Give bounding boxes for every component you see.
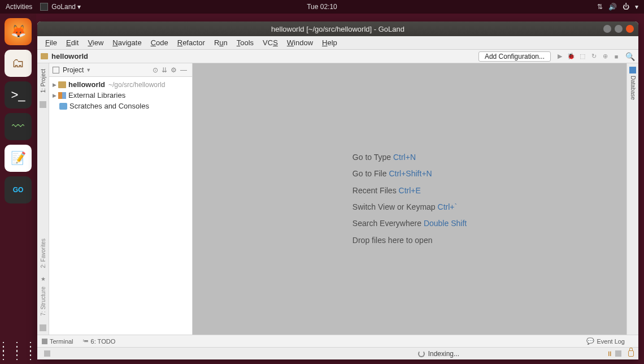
activities-button[interactable]: Activities bbox=[6, 3, 32, 11]
attach-icon[interactable]: ⊕ bbox=[601, 52, 610, 61]
launcher-goland[interactable]: GO bbox=[5, 176, 32, 203]
menu-run[interactable]: Run bbox=[210, 38, 232, 47]
clock[interactable]: Tue 02:10 bbox=[307, 3, 337, 11]
project-tree[interactable]: ▶ helloworld ~/go/src/helloworld ▶ Exter… bbox=[49, 77, 192, 114]
chevron-down-icon[interactable]: ▾ bbox=[635, 3, 638, 11]
left-tool-gutter: 1: Project 2: Favorites ★ 7: Structure bbox=[37, 63, 49, 335]
menu-file[interactable]: File bbox=[41, 38, 62, 47]
star-icon: ★ bbox=[41, 276, 46, 282]
launcher-editor[interactable]: 📝 bbox=[5, 145, 32, 172]
tree-scratches[interactable]: Scratches and Consoles bbox=[50, 101, 191, 111]
search-icon[interactable]: 🔍 bbox=[625, 52, 635, 61]
library-icon bbox=[58, 92, 66, 99]
breadcrumb[interactable]: helloworld bbox=[51, 52, 88, 60]
launcher-monitor[interactable]: 〰 bbox=[5, 113, 32, 140]
hint-row: Go to File Ctrl+Shift+N bbox=[353, 166, 467, 182]
menu-edit[interactable]: Edit bbox=[62, 38, 83, 47]
structure-icon bbox=[40, 324, 46, 331]
terminal-icon bbox=[42, 339, 47, 344]
menu-navigate[interactable]: Navigate bbox=[108, 38, 146, 47]
editor-hints: Go to Type Ctrl+N Go to File Ctrl+Shift+… bbox=[353, 149, 467, 249]
volume-icon[interactable]: 🔊 bbox=[608, 3, 617, 11]
window-title: helloworld [~/go/src/helloworld] - GoLan… bbox=[271, 25, 404, 33]
hint-row: Search Everywhere Double Shift bbox=[353, 215, 467, 232]
locate-icon[interactable]: ⊙ bbox=[151, 66, 160, 74]
hint-row: Switch View or Keymap Ctrl+` bbox=[353, 199, 467, 215]
add-configuration-button[interactable]: Add Configuration... bbox=[478, 51, 551, 62]
folder-icon bbox=[41, 53, 48, 59]
app-indicator[interactable]: GoLand ▾ bbox=[40, 3, 81, 11]
status-bar: Indexing... ⏸ bbox=[37, 347, 638, 359]
stop-icon[interactable]: ■ bbox=[612, 52, 621, 61]
tool-structure-tab[interactable]: 7: Structure bbox=[40, 287, 46, 316]
hint-row: Drop files here to open bbox=[353, 232, 467, 249]
tool-terminal-tab[interactable]: Terminal bbox=[42, 338, 73, 345]
launcher-firefox[interactable]: 🦊 bbox=[5, 18, 32, 45]
nav-toolbar: helloworld Add Configuration... ▶ 🐞 ⬚ ↻ … bbox=[37, 50, 638, 63]
pause-icon[interactable]: ⏸ bbox=[606, 350, 613, 358]
ubuntu-launcher: 🦊 🗂 >_ 〰 📝 GO ⋮⋮⋮⋮⋮⋮⋮⋮⋮ bbox=[0, 14, 36, 364]
ubuntu-topbar: Activities GoLand ▾ Tue 02:10 ⇅ 🔊 ⏻ ▾ bbox=[0, 0, 644, 14]
profile-icon[interactable]: ↻ bbox=[589, 52, 598, 61]
goland-window: helloworld [~/go/src/helloworld] - GoLan… bbox=[37, 21, 638, 359]
progress-spinner-icon bbox=[418, 350, 425, 357]
debug-icon[interactable]: 🐞 bbox=[567, 52, 576, 61]
run-icon[interactable]: ▶ bbox=[555, 52, 564, 61]
project-panel-header: Project ▼ ⊙ ⇊ ⚙ — bbox=[49, 63, 192, 77]
project-panel: Project ▼ ⊙ ⇊ ⚙ — ▶ helloworld ~/go/src/… bbox=[49, 63, 193, 335]
launcher-apps-grid[interactable]: ⋮⋮⋮⋮⋮⋮⋮⋮⋮ bbox=[0, 344, 38, 357]
chevron-down-icon[interactable]: ▼ bbox=[86, 67, 91, 73]
hint-row: Recent Files Ctrl+E bbox=[353, 183, 467, 199]
menu-vcs[interactable]: VCS bbox=[258, 38, 282, 47]
project-panel-title[interactable]: Project bbox=[63, 66, 84, 74]
window-close[interactable] bbox=[626, 25, 634, 33]
launcher-files[interactable]: 🗂 bbox=[5, 50, 32, 77]
project-view-icon bbox=[53, 67, 59, 73]
scratch-icon bbox=[59, 103, 67, 110]
launcher-terminal[interactable]: >_ bbox=[5, 81, 32, 109]
status-indexing: Indexing... bbox=[428, 350, 459, 358]
database-icon[interactable] bbox=[629, 67, 636, 73]
tool-todo-tab[interactable]: ≔6: TODO bbox=[82, 337, 116, 345]
coverage-icon[interactable]: ⬚ bbox=[578, 52, 587, 61]
menu-view[interactable]: View bbox=[83, 38, 108, 47]
network-icon[interactable]: ⇅ bbox=[597, 3, 603, 11]
folder-icon bbox=[58, 81, 66, 88]
menu-tools[interactable]: Tools bbox=[232, 38, 258, 47]
power-icon[interactable]: ⏻ bbox=[623, 3, 629, 11]
eventlog-icon: 💬 bbox=[586, 337, 594, 345]
menubar: File Edit View Navigate Code Refactor Ru… bbox=[37, 36, 638, 50]
menu-code[interactable]: Code bbox=[146, 38, 173, 47]
editor-area[interactable]: Go to Type Ctrl+N Go to File Ctrl+Shift+… bbox=[193, 63, 626, 335]
tree-root[interactable]: ▶ helloworld ~/go/src/helloworld bbox=[50, 79, 191, 90]
tool-database-tab[interactable]: Database bbox=[630, 76, 636, 100]
todo-icon: ≔ bbox=[82, 337, 89, 345]
goland-icon bbox=[40, 3, 48, 11]
status-icon[interactable] bbox=[615, 350, 621, 357]
menu-refactor[interactable]: Refactor bbox=[173, 38, 210, 47]
tree-external-libs[interactable]: ▶ External Libraries bbox=[50, 90, 191, 101]
bookmarks-icon[interactable] bbox=[40, 101, 46, 108]
window-maximize[interactable] bbox=[615, 25, 623, 33]
tool-project-tab[interactable]: 1: Project bbox=[40, 69, 46, 93]
settings-icon[interactable]: ⚙ bbox=[169, 66, 179, 74]
bottom-tool-bar: Terminal ≔6: TODO 💬Event Log bbox=[37, 335, 638, 347]
hint-row: Go to Type Ctrl+N bbox=[353, 149, 467, 166]
lock-icon[interactable] bbox=[628, 350, 634, 357]
window-minimize[interactable] bbox=[603, 25, 611, 33]
tool-eventlog-tab[interactable]: 💬Event Log bbox=[586, 337, 625, 345]
right-tool-gutter: Database bbox=[626, 63, 638, 335]
menu-help[interactable]: Help bbox=[317, 38, 342, 47]
tool-favorites-tab[interactable]: 2: Favorites bbox=[40, 239, 46, 268]
hide-icon[interactable]: — bbox=[179, 66, 189, 74]
menu-window[interactable]: Window bbox=[282, 38, 317, 47]
collapse-icon[interactable]: ⇊ bbox=[160, 66, 169, 74]
titlebar[interactable]: helloworld [~/go/src/helloworld] - GoLan… bbox=[37, 21, 638, 36]
tool-windows-icon[interactable] bbox=[44, 350, 50, 357]
